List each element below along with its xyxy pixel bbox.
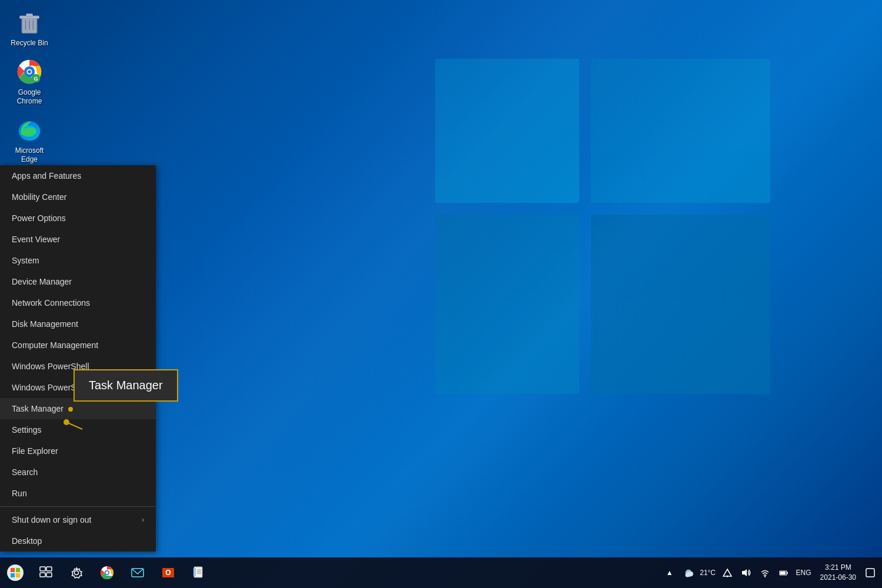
menu-item-run[interactable]: Run — [0, 483, 156, 504]
svg-point-39 — [685, 573, 689, 577]
office-icon: O — [162, 566, 175, 579]
edge-label: Microsoft Edge — [8, 146, 51, 163]
menu-item-device-manager[interactable]: Device Manager — [0, 271, 156, 292]
taskbar-pinned-apps: O — [31, 557, 214, 588]
taskbar-mail[interactable] — [122, 557, 153, 588]
svg-text:G: G — [34, 76, 38, 82]
win-logo-pane-tr — [591, 59, 770, 203]
desktop-icons: Recycle Bin G G — [6, 6, 53, 166]
shut-down-chevron: › — [142, 516, 144, 524]
taskbar-right: ▲ 21°C — [662, 560, 882, 586]
menu-item-disk-management[interactable]: Disk Management — [0, 313, 156, 335]
svg-point-24 — [75, 571, 79, 575]
svg-point-41 — [726, 576, 728, 577]
systray-battery-icon[interactable] — [776, 560, 792, 586]
svg-rect-20 — [40, 567, 45, 571]
svg-rect-45 — [787, 572, 788, 574]
svg-rect-46 — [780, 572, 786, 574]
taskbar-notepad[interactable] — [183, 557, 214, 588]
systray-language[interactable]: ENG — [794, 560, 813, 586]
systray-weather-icon[interactable] — [680, 560, 697, 586]
svg-rect-17 — [16, 568, 20, 572]
svg-point-27 — [106, 572, 109, 574]
taskbar-task-view[interactable] — [31, 557, 61, 588]
menu-item-computer-management[interactable]: Computer Management — [0, 335, 156, 356]
notepad-icon — [192, 566, 205, 579]
win-logo-pane-bl — [435, 215, 579, 394]
svg-text:O: O — [165, 569, 171, 577]
systray-chevron[interactable]: ▲ — [662, 560, 678, 586]
task-manager-tooltip: Task Manager — [74, 369, 178, 402]
taskbar-office[interactable]: O — [153, 557, 183, 588]
svg-point-43 — [764, 576, 765, 577]
svg-point-10 — [28, 71, 31, 74]
menu-item-event-viewer[interactable]: Event Viewer — [0, 229, 156, 250]
systray-network-icon[interactable] — [719, 560, 736, 586]
settings-icon — [70, 566, 83, 579]
menu-item-shut-down[interactable]: Shut down or sign out › — [0, 506, 156, 530]
desktop-icon-chrome[interactable]: G Google Chrome — [6, 55, 53, 108]
desktop: Recycle Bin G G — [0, 0, 882, 588]
taskbar-settings[interactable] — [61, 557, 92, 588]
menu-item-power-options[interactable]: Power Options — [0, 208, 156, 229]
chrome-label: Google Chrome — [8, 88, 51, 105]
menu-item-desktop[interactable]: Desktop — [0, 530, 156, 552]
menu-item-search[interactable]: Search — [0, 462, 156, 483]
chrome-icon: G — [15, 58, 44, 86]
win-logo-pane-br — [591, 215, 770, 394]
recycle-bin-icon — [15, 8, 44, 36]
taskbar-chrome[interactable] — [92, 557, 122, 588]
svg-rect-21 — [46, 567, 52, 571]
clock-date: 2021-06-30 — [820, 573, 856, 583]
menu-item-file-explorer[interactable]: File Explorer — [0, 440, 156, 462]
menu-item-network-connections[interactable]: Network Connections — [0, 292, 156, 313]
start-circle-icon — [7, 564, 24, 581]
taskbar: O ▲ — [0, 557, 882, 588]
systray-weather-temp: 21°C — [699, 560, 717, 586]
svg-rect-47 — [866, 569, 874, 577]
svg-rect-18 — [11, 573, 15, 577]
notification-icon — [866, 568, 875, 577]
recycle-bin-label: Recycle Bin — [11, 39, 48, 47]
desktop-icon-recycle-bin[interactable]: Recycle Bin — [6, 6, 53, 49]
windows-logo-watermark — [435, 59, 776, 400]
menu-item-settings[interactable]: Settings — [0, 419, 156, 440]
svg-rect-2 — [26, 14, 33, 16]
task-view-icon — [39, 566, 52, 579]
task-manager-dot — [68, 407, 73, 412]
menu-item-mobility-center[interactable]: Mobility Center — [0, 186, 156, 208]
svg-rect-22 — [40, 573, 45, 577]
systray-volume-icon[interactable] — [738, 560, 754, 586]
win-logo-pane-tl — [435, 59, 579, 203]
clock-time: 3:21 PM — [825, 563, 851, 573]
svg-rect-16 — [11, 568, 15, 572]
taskbar-notification-button[interactable] — [863, 560, 877, 586]
svg-rect-19 — [16, 573, 20, 577]
svg-rect-23 — [46, 573, 52, 577]
edge-icon — [15, 116, 44, 144]
systray-wifi-icon[interactable] — [757, 560, 773, 586]
svg-marker-40 — [723, 569, 731, 576]
menu-item-system[interactable]: System — [0, 250, 156, 271]
mail-icon — [131, 566, 144, 579]
svg-rect-32 — [193, 568, 196, 576]
windows-start-icon — [11, 568, 20, 577]
start-button[interactable] — [0, 557, 31, 588]
menu-item-apps-features[interactable]: Apps and Features — [0, 165, 156, 186]
svg-marker-42 — [742, 569, 747, 576]
desktop-icon-edge[interactable]: Microsoft Edge — [6, 113, 53, 166]
taskbar-clock[interactable]: 3:21 PM 2021-06-30 — [816, 563, 861, 583]
context-menu: Apps and Features Mobility Center Power … — [0, 165, 156, 552]
taskbar-chrome-icon — [100, 566, 114, 580]
